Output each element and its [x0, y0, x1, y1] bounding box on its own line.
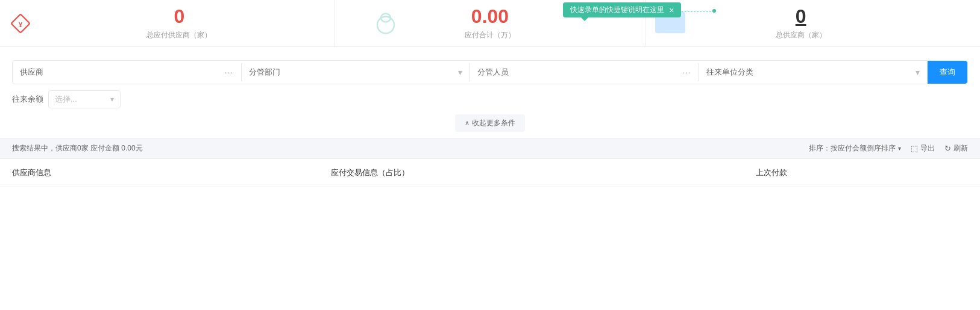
total-suppliers-value: 0: [796, 6, 806, 27]
stats-bar: ¥ 0 总应付供应商（家） 0.00 应付合计（万） 快速录单的快捷键说明在这里…: [0, 0, 980, 47]
tooltip-close-button[interactable]: ×: [669, 6, 674, 14]
refresh-icon: ↻: [944, 144, 951, 153]
export-icon: ⬚: [911, 144, 918, 153]
refresh-button[interactable]: ↻ 刷新: [944, 143, 968, 153]
collapse-button[interactable]: ∧ 收起更多条件: [455, 114, 525, 132]
payable-sum-label: 应付合计（万）: [465, 30, 515, 40]
dept-input[interactable]: [284, 68, 459, 77]
category-dropdown-icon[interactable]: ▾: [916, 67, 920, 77]
tooltip-text: 快速录单的快捷键说明在这里: [570, 5, 664, 15]
dept-field: 分管部门 ▾: [242, 63, 471, 81]
tooltip-bubble: 快速录单的快捷键说明在这里 ×: [563, 2, 681, 17]
dept-dropdown-icon[interactable]: ▾: [458, 67, 462, 77]
person-field: 分管人员 ···: [470, 63, 699, 81]
stat-payable-sum: 0.00 应付合计（万） 快速录单的快捷键说明在这里 ×: [335, 0, 646, 46]
balance-dropdown-icon[interactable]: ▾: [110, 95, 114, 104]
balance-field: 往来余额 选择... ▾: [12, 90, 121, 108]
results-actions: 排序：按应付会额倒序排序 ▾ ⬚ 导出 ↻ 刷新: [809, 143, 968, 153]
supplier-label: 供应商: [20, 67, 43, 78]
results-summary: 搜索结果中，供应商0家 应付金额 0.00元: [12, 143, 143, 153]
svg-point-4: [388, 16, 390, 17]
stat-total-payable: ¥ 0 总应付供应商（家）: [0, 0, 335, 46]
person-more-icon[interactable]: ···: [682, 67, 691, 77]
total-payable-value: 0: [174, 6, 184, 27]
table-header: 供应商信息 应付交易信息（占比） 上次付款: [0, 159, 980, 187]
stat-total-suppliers: 0 总供应商（家）: [645, 0, 980, 46]
supplier-more-icon[interactable]: ···: [225, 67, 234, 77]
query-button[interactable]: 查询: [928, 61, 967, 84]
dept-label: 分管部门: [249, 67, 280, 78]
svg-text:¥: ¥: [19, 20, 23, 28]
sort-label: 排序：按应付会额倒序排序: [809, 143, 896, 153]
category-input[interactable]: [757, 68, 916, 77]
svg-point-2: [377, 16, 394, 33]
table-body: [0, 187, 980, 310]
category-label: 往来单位分类: [706, 67, 753, 78]
collapse-label: 收起更多条件: [472, 118, 515, 128]
sort-button[interactable]: 排序：按应付会额倒序排序 ▾: [809, 143, 901, 153]
table-header-col-1: 供应商信息: [12, 167, 331, 178]
supplier-input[interactable]: [47, 68, 225, 77]
balance-placeholder: 选择...: [55, 94, 110, 105]
filter-section: 供应商 ··· 分管部门 ▾ 分管人员 ··· 往来单位分类 ▾: [0, 52, 980, 138]
table-header-col-3: 上次付款: [756, 167, 968, 178]
balance-label: 往来余额: [12, 94, 43, 105]
total-suppliers-label: 总供应商（家）: [776, 30, 826, 40]
total-payable-label: 总应付供应商（家）: [146, 30, 212, 40]
category-field: 往来单位分类 ▾: [699, 63, 928, 81]
diamond-icon: ¥: [7, 10, 34, 37]
piggy-icon: [371, 8, 400, 39]
person-label: 分管人员: [477, 67, 509, 78]
results-bar: 搜索结果中，供应商0家 应付金额 0.00元 排序：按应付会额倒序排序 ▾ ⬚ …: [0, 138, 980, 159]
table-header-col-2: 应付交易信息（占比）: [331, 167, 756, 178]
collapse-up-icon: ∧: [465, 119, 470, 127]
refresh-label: 刷新: [953, 143, 968, 153]
export-button[interactable]: ⬚ 导出: [911, 143, 935, 153]
payable-sum-value: 0.00: [471, 6, 509, 27]
export-label: 导出: [920, 143, 935, 153]
sort-icon: ▾: [898, 145, 901, 152]
supplier-field: 供应商 ···: [13, 63, 242, 81]
person-input[interactable]: [512, 68, 682, 77]
